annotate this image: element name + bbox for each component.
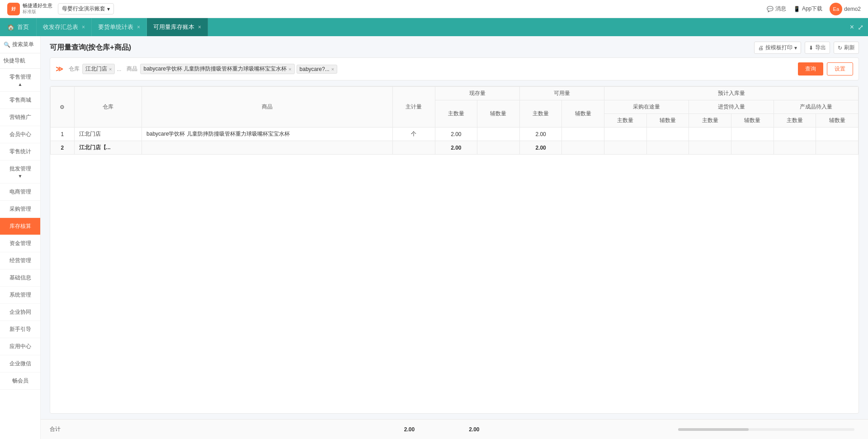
table-row-subtotal: 2 江北门店【... 2.00 2.00 xyxy=(51,141,859,155)
tab-receipt-summary-close[interactable]: × xyxy=(82,24,85,30)
print-icon: 🖨 xyxy=(758,45,764,51)
tab-order-stats[interactable]: 要货单统计表 × xyxy=(92,18,147,36)
tab-receipt-summary-label: 收发存汇总表 xyxy=(43,23,78,31)
page-actions: 🖨 按模板打印 ▾ ⬇ 导出 ↻ 刷新 xyxy=(754,42,859,54)
product-tag-1[interactable]: babycare?... × xyxy=(297,65,337,74)
sidebar-item-basic-info[interactable]: 基础信息 xyxy=(0,269,40,287)
filter-bar: ≫ 仓库 江北门店 × ... 商品 babycare学饮杯 儿童防摔防撞吸管杯… xyxy=(50,57,859,80)
sidebar-item-vip[interactable]: 畅会员 xyxy=(0,373,40,390)
chevron-down-icon: ▾ xyxy=(107,6,110,12)
horizontal-scrollbar[interactable] xyxy=(678,428,854,431)
cell-prod-main-2 xyxy=(774,141,816,155)
tab-receipt-summary[interactable]: 收发存汇总表 × xyxy=(37,18,92,36)
th-product: 商品 xyxy=(142,87,393,127)
sidebar-item-new-guide[interactable]: 新手引导 xyxy=(0,321,40,338)
filter-toggle-btn[interactable]: ≫ xyxy=(56,65,63,73)
footer-avail-total: 2.00 xyxy=(469,426,479,433)
th-inbound-pending: 进货待入量 xyxy=(689,100,774,114)
product-tag-text-0: babycare学饮杯 儿童防摔防撞吸管杯重力球吸嘴杯宝宝水杯 xyxy=(143,65,287,73)
product-tag-0-remove[interactable]: × xyxy=(288,66,291,72)
tab-order-stats-close[interactable]: × xyxy=(137,24,140,30)
sidebar-item-enterprise[interactable]: 企业协同 xyxy=(0,304,40,321)
warehouse-tag-text: 江北门店 xyxy=(85,65,107,73)
sidebar-item-purchase[interactable]: 采购管理 xyxy=(0,201,40,218)
query-button[interactable]: 查询 xyxy=(798,62,823,76)
page-title: 可用量查询(按仓库+商品) xyxy=(50,43,131,52)
message-icon: 💬 xyxy=(767,6,774,12)
cell-warehouse-1: 江北门店 xyxy=(74,127,142,141)
home-icon: 🏠 xyxy=(7,24,14,31)
th-warehouse: 仓库 xyxy=(74,87,142,127)
th-purchase-transit: 采购在途量 xyxy=(604,100,689,114)
sidebar-item-marketing[interactable]: 营销推广 xyxy=(0,109,40,126)
sidebar-item-inventory[interactable]: 库存核算 xyxy=(0,218,40,235)
refresh-btn[interactable]: ↻ 刷新 xyxy=(834,42,859,54)
sidebar-item-retail-mall[interactable]: 零售商城 xyxy=(0,92,40,109)
cell-stock-aux-2 xyxy=(477,141,520,155)
cell-no-1: 1 xyxy=(51,127,75,141)
expand-btn[interactable]: ⤢ xyxy=(858,23,863,32)
cell-no-2: 2 xyxy=(51,141,75,155)
industry-selector[interactable]: 母婴行业演示账套 ▾ xyxy=(58,3,114,14)
cell-pur-main-1 xyxy=(604,127,647,141)
sidebar-search[interactable]: 🔍 搜索菜单 xyxy=(0,36,40,53)
sidebar-item-member[interactable]: 会员中心 xyxy=(0,126,40,143)
table-row: 1 江北门店 babycare学饮杯 儿童防摔防撞吸管杯重力球吸嘴杯宝宝水杯 个… xyxy=(51,127,859,141)
tab-available-ledger-close[interactable]: × xyxy=(198,24,201,30)
app-download-btn[interactable]: 📱 App下载 xyxy=(793,5,822,13)
cell-inb-main-2 xyxy=(689,141,731,155)
warehouse-filter-more[interactable]: ... xyxy=(117,66,121,72)
sidebar-item-enterprise-wechat[interactable]: 企业微信 xyxy=(0,355,40,373)
message-btn[interactable]: 💬 消息 xyxy=(767,5,786,13)
user-menu[interactable]: Ea demo2 xyxy=(830,3,861,15)
th-available: 可用量 xyxy=(519,87,604,100)
nav-tab-controls: × ⤢ xyxy=(845,18,868,36)
logo-icon: 好 xyxy=(7,3,20,15)
sidebar: 🔍 搜索菜单 快捷导航 零售管理 ▲ 零售商城 营销推广 会员中心 零售统计 批… xyxy=(0,36,41,439)
product-tag-0[interactable]: babycare学饮杯 儿童防摔防撞吸管杯重力球吸嘴杯宝宝水杯 × xyxy=(140,64,294,74)
cell-stock-aux-1 xyxy=(477,127,520,141)
sidebar-item-operations[interactable]: 经营管理 xyxy=(0,252,40,269)
warehouse-tag-0[interactable]: 江北门店 × xyxy=(82,64,115,74)
product-tag-1-remove[interactable]: × xyxy=(331,66,334,72)
data-table: ⚙ 仓库 商品 主计量 现存量 可用量 预计入库量 主数量 辅数量 主数量 辅数… xyxy=(50,86,859,155)
print-btn[interactable]: 🖨 按模板打印 ▾ xyxy=(754,42,801,54)
cell-avail-aux-1 xyxy=(562,127,604,141)
sidebar-item-ecommerce[interactable]: 电商管理 xyxy=(0,184,40,201)
product-filter-tags: babycare学饮杯 儿童防摔防撞吸管杯重力球吸嘴杯宝宝水杯 × babyca… xyxy=(140,64,337,74)
sidebar-item-retail-stats[interactable]: 零售统计 xyxy=(0,143,40,160)
th-stock-main: 主数量 xyxy=(435,100,477,127)
refresh-icon: ↻ xyxy=(838,45,842,51)
tab-home[interactable]: 🏠 首页 xyxy=(0,18,37,36)
cell-stock-main-1: 2.00 xyxy=(435,127,477,141)
cell-prod-main-1 xyxy=(774,127,816,141)
chevron-icon-2: ▼ xyxy=(18,174,23,179)
cell-inb-aux-1 xyxy=(731,127,774,141)
export-icon: ⬇ xyxy=(809,45,813,51)
cell-inb-main-1 xyxy=(689,127,731,141)
th-avail-aux: 辅数量 xyxy=(562,100,604,127)
sidebar-quick-nav[interactable]: 快捷导航 xyxy=(0,53,40,69)
search-icon: 🔍 xyxy=(4,42,10,48)
table-container: ⚙ 仓库 商品 主计量 现存量 可用量 预计入库量 主数量 辅数量 主数量 辅数… xyxy=(50,86,859,414)
th-product-pending: 产成品待入量 xyxy=(774,100,858,114)
set-button[interactable]: 设置 xyxy=(827,62,853,76)
th-inb-aux: 辅数量 xyxy=(731,114,774,127)
close-tab-btn[interactable]: × xyxy=(850,23,854,31)
cell-avail-main-1: 2.00 xyxy=(519,127,562,141)
sidebar-item-system-mgmt[interactable]: 系统管理 xyxy=(0,287,40,304)
top-bar-right: 💬 消息 📱 App下载 Ea demo2 xyxy=(767,3,861,15)
warehouse-tag-remove[interactable]: × xyxy=(109,66,112,72)
tab-available-ledger[interactable]: 可用量库存账本 × xyxy=(147,18,208,36)
export-btn[interactable]: ⬇ 导出 xyxy=(805,42,830,54)
sidebar-item-finance[interactable]: 资金管理 xyxy=(0,235,40,252)
top-bar: 好 畅捷通好生意 标准版 母婴行业演示账套 ▾ 💬 消息 📱 App下载 Ea … xyxy=(0,0,868,18)
top-bar-left: 好 畅捷通好生意 标准版 母婴行业演示账套 ▾ xyxy=(7,3,114,15)
sidebar-item-wholesale-mgmt[interactable]: 批发管理 ▼ xyxy=(0,160,40,184)
cell-pur-aux-2 xyxy=(646,141,689,155)
th-expected-inbound: 预计入库量 xyxy=(604,87,859,100)
cell-avail-main-2: 2.00 xyxy=(519,141,562,155)
nav-tabs-bar: 🏠 首页 收发存汇总表 × 要货单统计表 × 可用量库存账本 × × ⤢ xyxy=(0,18,868,36)
sidebar-item-app-center[interactable]: 应用中心 xyxy=(0,338,40,355)
sidebar-item-retail-mgmt[interactable]: 零售管理 ▲ xyxy=(0,69,40,92)
